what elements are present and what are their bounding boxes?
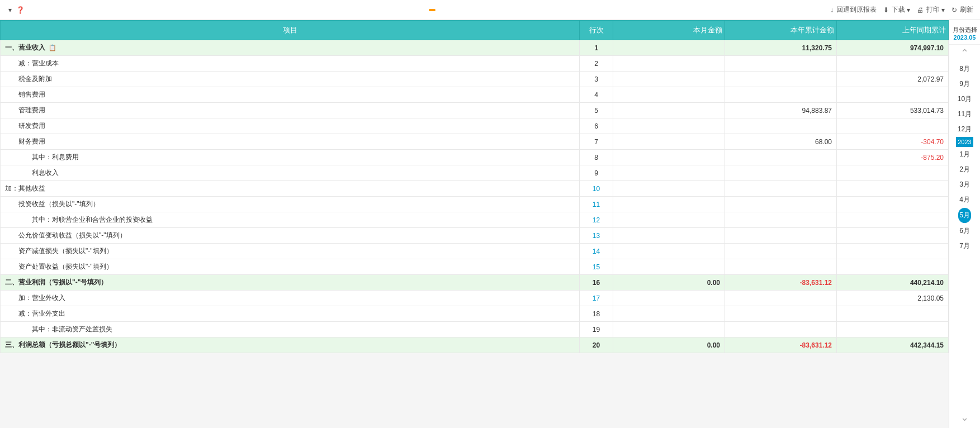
table-cell-prev: 533,014.73	[837, 103, 949, 118]
row-item-text: 其中：对联营企业和合营企业的投资收益	[5, 216, 153, 223]
table-cell-year	[725, 181, 837, 197]
table-cell-row: 6	[580, 118, 613, 134]
table-cell-row: 10	[580, 181, 613, 197]
table-cell-year	[725, 244, 837, 259]
table-cell-month	[613, 72, 725, 87]
sidebar-month-8月[interactable]: 8月	[956, 61, 973, 77]
btn-refresh[interactable]: ↻ 刷新	[951, 5, 973, 15]
table-cell-year: 11,320.75	[725, 40, 837, 56]
sidebar-year-display: 2023.05	[950, 34, 979, 41]
sidebar-header: 月份选择 2023.05	[949, 22, 980, 45]
table-cell-row: 17	[580, 291, 613, 306]
table-cell-year	[725, 72, 837, 87]
table-cell-month	[613, 322, 725, 337]
sidebar-month-1月[interactable]: 1月	[956, 147, 973, 162]
sidebar-month-3月[interactable]: 3月	[956, 177, 973, 192]
table-cell-prev	[837, 118, 949, 134]
table-cell-month	[613, 228, 725, 244]
table-cell-row: 15	[580, 259, 613, 275]
table-cell-month	[613, 181, 725, 197]
refresh-icon: ↻	[951, 6, 957, 14]
cell-prev: 442,344.15	[910, 341, 944, 349]
header-row: 行次	[580, 21, 613, 40]
chevron-down-icon2: ▾	[941, 6, 945, 14]
table-cell-row: 1	[580, 40, 613, 56]
sidebar-month-2月[interactable]: 2月	[956, 162, 973, 177]
table-cell-prev: -875.20	[837, 150, 949, 165]
cell-year: 68.00	[815, 138, 832, 146]
dropdown-arrow-icon: ▾	[8, 6, 12, 14]
cell-prev: 2,130.05	[917, 294, 944, 302]
row-item-text: 一、营业收入	[5, 44, 45, 51]
table-cell-row: 20	[580, 337, 613, 353]
nav-up-icon[interactable]: ⌃	[958, 45, 971, 61]
top-bar: ▾ ❓ ↓ 回退到原报表 ⬇ 下载 ▾ 🖨 打印 ▾ ↻ 刷新	[0, 0, 980, 20]
table-cell-month: 0.00	[613, 275, 725, 291]
table-cell-item: 研发费用	[1, 118, 580, 134]
cell-year: 94,883.87	[802, 107, 832, 115]
sidebar-month-5月[interactable]: 5月	[958, 208, 971, 223]
download-icon: ⬇	[883, 6, 889, 14]
row-item-text: 二、营业利润（亏损以"-"号填列）	[5, 278, 107, 286]
chevron-down-icon: ▾	[907, 6, 910, 14]
table-cell-month	[613, 165, 725, 181]
month-sidebar: 月份选择 2023.05 ⌃ 8月9月10月11月12月20231月2月3月4月…	[949, 20, 980, 428]
btn-download[interactable]: ⬇ 下载 ▾	[883, 5, 910, 15]
table-cell-month	[613, 103, 725, 118]
table-cell-prev	[837, 306, 949, 322]
sidebar-month-9月[interactable]: 9月	[956, 77, 973, 92]
sidebar-month-11月[interactable]: 11月	[956, 107, 973, 122]
table-cell-row: 8	[580, 150, 613, 165]
sidebar-month-4月[interactable]: 4月	[956, 192, 973, 207]
table-cell-month	[613, 150, 725, 165]
sidebar-month-6月[interactable]: 6月	[956, 223, 973, 239]
table-cell-item: 公允价值变动收益（损失以"-"填列）	[1, 228, 580, 244]
table-cell-month	[613, 306, 725, 322]
sidebar-title: 月份选择	[950, 26, 979, 34]
table-cell-prev	[837, 259, 949, 275]
row-item-text: 财务费用	[5, 137, 45, 145]
table-cell-item: 加：营业外收入	[1, 291, 580, 306]
edit-icon[interactable]: 📋	[49, 44, 56, 51]
row-item-text: 利息收入	[5, 169, 59, 177]
status-badge	[429, 9, 435, 11]
table-cell-prev	[837, 322, 949, 337]
top-bar-left: ▾ ❓	[7, 6, 25, 14]
table-cell-month	[613, 87, 725, 103]
table-cell-item: 减：营业外支出	[1, 306, 580, 322]
table-cell-row: 2	[580, 56, 613, 72]
row-item-text: 加：营业外收入	[5, 294, 65, 302]
sidebar-month-10月[interactable]: 10月	[956, 92, 973, 107]
table-cell-item: 税金及附加	[1, 72, 580, 87]
top-bar-center	[420, 9, 435, 11]
cell-prev: 974,997.10	[910, 44, 944, 52]
dropdown-all[interactable]: ▾	[7, 6, 12, 14]
table-cell-year: 94,883.87	[725, 103, 837, 118]
table-cell-month	[613, 56, 725, 72]
table-cell-row: 11	[580, 197, 613, 212]
sidebar-month-12月[interactable]: 12月	[956, 122, 973, 137]
table-cell-row: 3	[580, 72, 613, 87]
row-item-text: 减：营业成本	[5, 59, 59, 67]
row-item-text: 资产处置收益（损失以"-"填列）	[5, 263, 113, 270]
header-prev: 上年同期累计	[837, 21, 949, 40]
table-cell-item: 资产处置收益（损失以"-"填列）	[1, 259, 580, 275]
nav-down-icon[interactable]: ⌄	[958, 409, 971, 426]
btn-back[interactable]: ↓ 回退到原报表	[830, 5, 877, 15]
table-cell-row: 18	[580, 306, 613, 322]
table-cell-month	[613, 197, 725, 212]
table-area: 项目 行次 本月金额 本年累计金额 上年同期累计 一、营业收入📋 1 11,32…	[0, 20, 949, 428]
row-item-text: 其中：非流动资产处置损失	[5, 325, 112, 333]
sidebar-month-7月[interactable]: 7月	[956, 239, 973, 254]
btn-print[interactable]: 🖨 打印 ▾	[917, 5, 945, 15]
table-cell-prev	[837, 197, 949, 212]
row-item-text: 税金及附加	[5, 75, 52, 83]
header-year: 本年累计金额	[725, 21, 837, 40]
table-cell-prev: 442,344.15	[837, 337, 949, 353]
table-cell-prev: -304.70	[837, 134, 949, 150]
row-item-text: 减：营业外支出	[5, 310, 65, 317]
table-cell-year	[725, 291, 837, 306]
cell-month: 0.00	[707, 279, 720, 287]
help-icon[interactable]: ❓	[16, 6, 25, 14]
table-cell-row: 14	[580, 244, 613, 259]
